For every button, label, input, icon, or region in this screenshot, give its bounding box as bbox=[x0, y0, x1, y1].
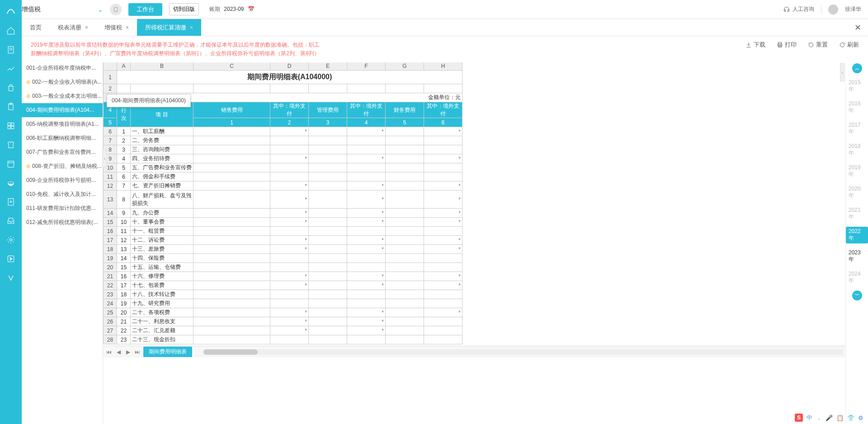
data-cell[interactable] bbox=[270, 145, 309, 154]
year-2018年[interactable]: 2018年 bbox=[846, 142, 868, 158]
close-icon[interactable]: × bbox=[85, 24, 88, 31]
form-item-6[interactable]: 007-广告费和业务宣传费跨... bbox=[22, 145, 103, 159]
data-cell[interactable]: * bbox=[424, 236, 462, 245]
cell[interactable] bbox=[309, 84, 347, 93]
row-header-11[interactable]: 11 bbox=[104, 172, 117, 181]
data-cell[interactable] bbox=[386, 272, 424, 281]
ime-skin[interactable]: 👕 bbox=[847, 414, 854, 421]
data-cell[interactable] bbox=[386, 136, 424, 145]
data-cell[interactable]: * bbox=[424, 154, 462, 163]
row-header-5[interactable]: 5 bbox=[104, 118, 117, 127]
data-cell[interactable] bbox=[309, 172, 347, 181]
cell[interactable] bbox=[270, 84, 309, 93]
home-icon[interactable] bbox=[6, 26, 15, 35]
data-cell[interactable]: * bbox=[347, 191, 386, 209]
col-header-B[interactable]: B bbox=[131, 62, 193, 71]
row-header-14[interactable]: 14 bbox=[104, 209, 117, 218]
ime-punct[interactable]: ， bbox=[816, 414, 822, 422]
grid-icon[interactable] bbox=[6, 121, 15, 130]
data-cell[interactable]: * bbox=[270, 191, 309, 209]
data-cell[interactable] bbox=[424, 317, 462, 326]
data-cell[interactable]: * bbox=[424, 281, 462, 290]
row-header-22[interactable]: 22 bbox=[104, 281, 117, 290]
calendar-icon[interactable] bbox=[6, 159, 15, 168]
data-cell[interactable] bbox=[347, 254, 386, 263]
data-cell[interactable] bbox=[193, 335, 270, 344]
row-header-12[interactable]: 12 bbox=[104, 181, 117, 191]
data-cell[interactable] bbox=[424, 145, 462, 154]
data-cell[interactable] bbox=[424, 172, 462, 181]
data-cell[interactable]: * bbox=[424, 181, 462, 191]
data-cell[interactable] bbox=[270, 136, 309, 145]
sheet-nav-first[interactable]: ⏮ bbox=[105, 349, 113, 355]
data-cell[interactable]: * bbox=[347, 127, 386, 136]
data-cell[interactable]: * bbox=[270, 236, 309, 245]
data-cell[interactable]: * bbox=[347, 236, 386, 245]
data-cell[interactable] bbox=[309, 281, 347, 290]
data-cell[interactable] bbox=[424, 254, 462, 263]
data-cell[interactable] bbox=[386, 335, 424, 344]
data-cell[interactable]: * bbox=[270, 218, 309, 227]
data-cell[interactable] bbox=[193, 154, 270, 163]
data-cell[interactable] bbox=[386, 308, 424, 317]
year-2021年[interactable]: 2021年 bbox=[846, 205, 868, 222]
data-cell[interactable] bbox=[386, 263, 424, 272]
data-cell[interactable] bbox=[193, 317, 270, 326]
row-header-1[interactable]: 1 bbox=[104, 71, 117, 84]
year-2019年[interactable]: 2019年 bbox=[846, 163, 868, 180]
data-cell[interactable] bbox=[309, 254, 347, 263]
data-cell[interactable] bbox=[270, 163, 309, 172]
data-cell[interactable]: * bbox=[347, 209, 386, 218]
data-cell[interactable]: * bbox=[424, 308, 462, 317]
data-cell[interactable]: * bbox=[347, 218, 386, 227]
data-cell[interactable] bbox=[386, 163, 424, 172]
form-item-5[interactable]: 006-职工薪酬纳税调整明细... bbox=[22, 131, 103, 145]
data-cell[interactable] bbox=[270, 263, 309, 272]
data-cell[interactable]: * bbox=[270, 154, 309, 163]
row-header-2[interactable]: 2 bbox=[104, 84, 117, 93]
data-cell[interactable] bbox=[193, 163, 270, 172]
data-cell[interactable] bbox=[309, 308, 347, 317]
row-header-24[interactable]: 24 bbox=[104, 299, 117, 308]
year-scroll-down[interactable]: ︾ bbox=[852, 291, 862, 300]
switch-old-button[interactable]: 切到旧版 bbox=[169, 3, 199, 15]
circle-doc-icon[interactable] bbox=[110, 4, 122, 15]
data-cell[interactable]: * bbox=[424, 209, 462, 218]
data-cell[interactable] bbox=[193, 127, 270, 136]
data-cell[interactable] bbox=[347, 263, 386, 272]
year-2024年[interactable]: 2024年 bbox=[846, 269, 868, 286]
tshirt-icon[interactable] bbox=[6, 140, 15, 149]
data-cell[interactable] bbox=[386, 154, 424, 163]
row-header-7[interactable]: 7 bbox=[104, 136, 117, 145]
form-item-1[interactable]: ⊘002-一般企业收入明细表(A... bbox=[22, 75, 103, 89]
data-cell[interactable] bbox=[309, 317, 347, 326]
data-cell[interactable] bbox=[193, 181, 270, 191]
data-cell[interactable]: * bbox=[270, 281, 309, 290]
data-cell[interactable] bbox=[193, 236, 270, 245]
tab-2[interactable]: 增值税× bbox=[96, 19, 137, 36]
data-cell[interactable] bbox=[386, 181, 424, 191]
data-cell[interactable] bbox=[424, 163, 462, 172]
data-cell[interactable] bbox=[424, 335, 462, 344]
data-cell[interactable] bbox=[347, 335, 386, 344]
ime-clipboard[interactable]: 📋 bbox=[836, 414, 844, 421]
data-cell[interactable]: * bbox=[270, 127, 309, 136]
sheet-tab-active[interactable]: 期间费用明细表 bbox=[143, 347, 192, 357]
corner-cell[interactable] bbox=[104, 62, 117, 71]
year-scroll-up[interactable]: ︽ bbox=[852, 63, 862, 73]
form-item-8[interactable]: 009-企业所得税弥补亏损明... bbox=[22, 173, 103, 187]
data-cell[interactable] bbox=[270, 335, 309, 344]
data-cell[interactable] bbox=[386, 290, 424, 299]
data-cell[interactable] bbox=[309, 245, 347, 254]
data-cell[interactable] bbox=[193, 290, 270, 299]
ime-logo-icon[interactable]: S bbox=[795, 414, 803, 422]
chart-icon[interactable] bbox=[6, 64, 15, 73]
data-cell[interactable] bbox=[424, 326, 462, 335]
data-cell[interactable] bbox=[347, 227, 386, 236]
bag-icon[interactable] bbox=[6, 83, 15, 92]
data-cell[interactable] bbox=[193, 326, 270, 335]
clipboard-icon[interactable] bbox=[6, 102, 15, 111]
form-item-7[interactable]: ⊘008-资产折旧、摊销及纳税... bbox=[22, 159, 103, 173]
row-header-25[interactable]: 25 bbox=[104, 308, 117, 317]
data-cell[interactable]: * bbox=[347, 317, 386, 326]
